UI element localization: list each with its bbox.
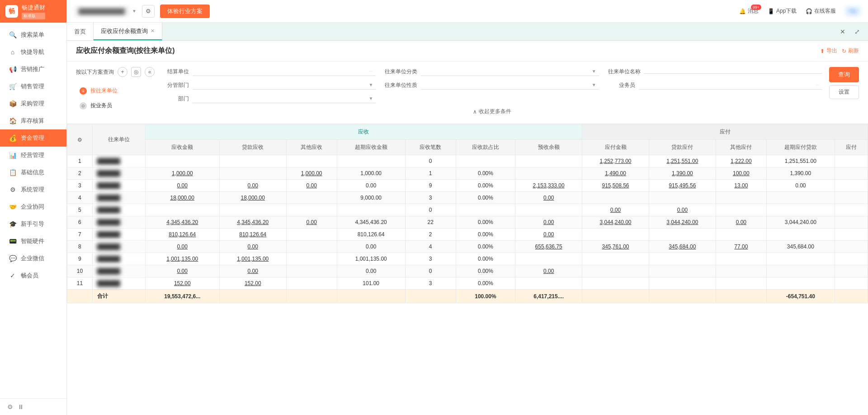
- sidebar-label-wechat: 企业微信: [21, 254, 44, 262]
- sidebar-item-purchase[interactable]: 📦 采购管理: [0, 95, 66, 112]
- filter-scheme-header: 按以下方案查询 + ◎ «: [76, 67, 155, 77]
- sidebar-label-basic: 基础信息: [21, 168, 44, 176]
- table-settings-header: ⚙: [67, 124, 93, 155]
- table-settings-icon[interactable]: ⚙: [77, 137, 82, 143]
- headset-icon: 🎧: [806, 8, 812, 14]
- query-button[interactable]: 查询: [829, 67, 859, 82]
- filter-division: 分管部门 ▼: [162, 81, 376, 90]
- system-icon: ⚙: [9, 186, 16, 193]
- col-ar-amount: 应收金额: [145, 140, 219, 155]
- tabbar-actions: ✕ ⤢: [832, 23, 868, 40]
- col-ar-prepay: 预收余额: [515, 140, 582, 155]
- home-icon: ⌂: [9, 48, 16, 56]
- footer-settings-icon[interactable]: ⚙: [7, 403, 13, 410]
- settings-button[interactable]: ⚙: [142, 5, 155, 18]
- user-avatar[interactable]: Rit: [845, 6, 861, 16]
- partner-name-input[interactable]: [644, 70, 822, 74]
- partner-category-input[interactable]: ▼: [421, 67, 599, 76]
- sidebar-label-finance: 资金管理: [21, 134, 44, 142]
- data-table: ⚙ 往来单位 应收 应付 应收金额 贷款应收 其他应收 超期应收金额 应收笔数 …: [67, 124, 868, 303]
- messages-badge: 99+: [751, 5, 761, 10]
- main-content: 应收应付余额查询(按往来单位) ⬆ 导出 ↻ 刷新 按以下方案查询 + ◎ «: [67, 41, 868, 415]
- tab-ar-ap-label: 应收应付余额查询: [101, 27, 148, 35]
- company-selector[interactable]: ████████████ ▼: [74, 6, 137, 16]
- scheme-icon: ①: [80, 87, 87, 95]
- sidebar-item-sales[interactable]: 🛒 销售管理: [0, 78, 66, 95]
- sidebar-item-guide[interactable]: 🎓 新手引导: [0, 215, 66, 233]
- export-button[interactable]: ⬆ 导出: [820, 47, 837, 55]
- filter-by-salesman[interactable]: ⊙ 按业务员: [76, 100, 155, 111]
- sidebar-item-member[interactable]: ✓ 畅会员: [0, 267, 66, 284]
- filter-collapse-icon[interactable]: «: [145, 67, 155, 77]
- sidebar-item-quick[interactable]: ⌂ 快捷导航: [0, 43, 66, 61]
- refresh-button[interactable]: ↻ 刷新: [842, 47, 859, 55]
- tab-close-all-icon[interactable]: ✕: [837, 26, 848, 37]
- app-download-button[interactable]: 📱 App下载: [768, 7, 797, 15]
- ar-group-header: 应收: [145, 124, 582, 140]
- settlement-unit-input[interactable]: ···: [193, 67, 376, 76]
- online-service-button[interactable]: 🎧 在线客服: [806, 7, 836, 15]
- sidebar-item-wechat[interactable]: 💬 企业微信: [0, 250, 66, 267]
- table-row: 3██████0.000.000.000.0090.00%2,153,333.0…: [67, 180, 868, 192]
- department-dropdown: ▼: [368, 96, 373, 101]
- table-row: 6██████4,345,436.204,345,436.200.004,345…: [67, 216, 868, 229]
- filter-by-partner[interactable]: ① 按往来单位: [76, 85, 155, 96]
- sidebar-label-search: 搜索菜单: [21, 31, 44, 39]
- sidebar-footer: ⚙ ⏸: [0, 398, 66, 415]
- sidebar-label-operations: 经营管理: [21, 151, 44, 159]
- col-ap-extra: 应付: [835, 140, 868, 155]
- sidebar-item-system[interactable]: ⚙ 系统管理: [0, 181, 66, 198]
- hardware-icon: 📟: [9, 238, 16, 245]
- partner-header: 往来单位: [92, 124, 145, 155]
- sidebar-label-enterprise: 企业协同: [21, 203, 44, 211]
- tabbar: 首页 应收应付余额查询 ✕ ✕ ⤢: [67, 23, 868, 41]
- footer-collapse-icon[interactable]: ⏸: [18, 403, 24, 410]
- partner-nature-input[interactable]: ▼: [421, 81, 599, 90]
- sidebar-item-search[interactable]: 🔍 搜索菜单: [0, 26, 66, 43]
- search-nav-icon: 🔍: [9, 31, 16, 38]
- logo-tag: 标准版: [22, 13, 45, 19]
- sidebar-item-hardware[interactable]: 📟 智能硬件: [0, 233, 66, 250]
- partner-nature-label: 往来单位性质: [385, 81, 417, 89]
- tab-home[interactable]: 首页: [67, 23, 94, 40]
- division-input[interactable]: ▼: [193, 81, 376, 90]
- sidebar-item-inventory[interactable]: 🏠 库存核算: [0, 112, 66, 129]
- sidebar-label-hardware: 智能硬件: [21, 237, 44, 245]
- table-row: 4██████18,000.0018,000.009,000.0030.00%0…: [67, 192, 868, 204]
- messages-button[interactable]: 🔔 消息 99+: [739, 7, 759, 15]
- logo-icon: 畅: [5, 5, 18, 18]
- table-row: 5██████00.000.00: [67, 204, 868, 216]
- collapse-button[interactable]: ∧ 收起更多条件: [470, 105, 514, 118]
- tab-ar-ap[interactable]: 应收应付余额查询 ✕: [94, 23, 162, 40]
- settlement-dots: ···: [369, 69, 373, 74]
- sidebar-item-basic[interactable]: 📋 基础信息: [0, 164, 66, 181]
- enterprise-icon: 🤝: [9, 203, 16, 210]
- tab-close-icon[interactable]: ✕: [151, 28, 155, 34]
- table-row: 2██████1,000.001,000.001,000.0010.00%1,4…: [67, 167, 868, 180]
- sidebar-label-sales: 销售管理: [21, 82, 44, 91]
- filter-settings-button[interactable]: 设置: [829, 85, 859, 99]
- salesman-input[interactable]: ···: [639, 81, 822, 90]
- sidebar-label-guide: 新手引导: [21, 220, 44, 228]
- tab-expand-icon[interactable]: ⤢: [852, 26, 863, 37]
- company-dropdown-icon: ▼: [132, 9, 137, 14]
- sidebar-item-operations[interactable]: 📊 经营管理: [0, 147, 66, 164]
- export-label: 导出: [826, 47, 837, 55]
- page-title: 应收应付余额查询(按往来单位): [76, 46, 175, 56]
- purchase-icon: 📦: [9, 100, 16, 107]
- partner-name-label: 往来单位名称: [608, 68, 641, 76]
- col-ar-other: 其他应收: [286, 140, 337, 155]
- sidebar-item-marketing[interactable]: 📢 营销推广: [0, 61, 66, 78]
- filter-options-icon[interactable]: ◎: [131, 67, 141, 77]
- col-ar-ratio: 应收款占比: [456, 140, 515, 155]
- department-input[interactable]: ▼: [193, 94, 376, 103]
- sidebar-logo: 畅 畅捷通财 标准版: [0, 0, 66, 23]
- collapse-label: 收起更多条件: [479, 108, 511, 115]
- page-actions: ⬆ 导出 ↻ 刷新: [820, 47, 859, 55]
- filter-add-button[interactable]: +: [118, 67, 127, 77]
- table-row: 7██████810,126.64810,126.64810,126.6420.…: [67, 229, 868, 241]
- filter-salesman: 业务员 ···: [608, 81, 822, 90]
- sidebar-item-enterprise[interactable]: 🤝 企业协同: [0, 198, 66, 215]
- plan-button[interactable]: 体验行业方案: [160, 5, 210, 18]
- sidebar-item-finance[interactable]: 💰 资金管理: [0, 129, 66, 147]
